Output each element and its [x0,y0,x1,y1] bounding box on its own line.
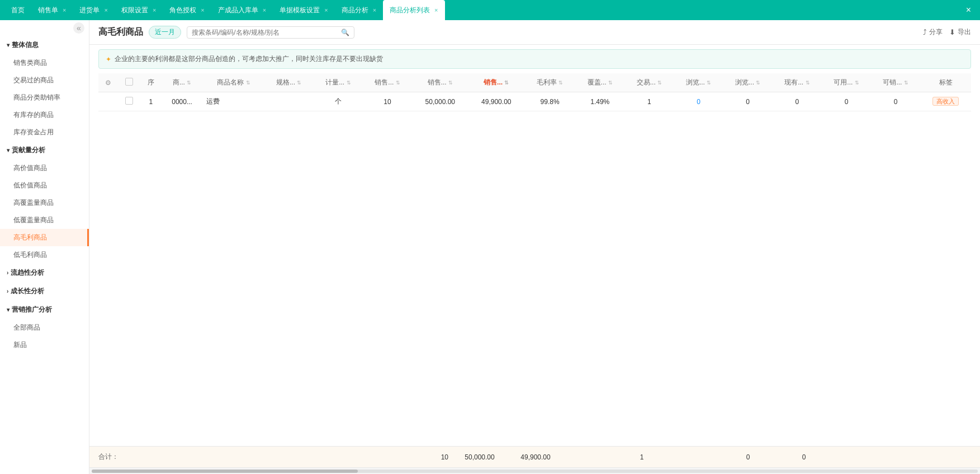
col-saleable[interactable]: 可销... ⇅ [871,73,920,92]
col-index: 序 [140,73,161,92]
sidebar-item-low-value[interactable]: 低价值商品 [0,177,89,194]
sidebar-item-new-goods[interactable]: 新品 [0,336,89,354]
footer-available: 0 [776,453,832,461]
col-spec[interactable]: 规格... ⇅ [264,73,314,92]
nav-item-sales[interactable]: 销售单 × [31,0,73,20]
main-layout: « ▾ 整体信息 销售类商品 交易过的商品 商品分类助销率 有库存的商品 库存资… [0,20,980,474]
header-checkbox[interactable] [125,78,133,86]
footer-sales-qty: 10 [127,453,452,461]
sidebar-item-stock-capital[interactable]: 库存资金占用 [0,124,89,141]
col-unit[interactable]: 计量... ⇅ [314,73,363,92]
nav-item-permission[interactable]: 权限设置 × [115,0,163,20]
nav-close-all[interactable]: × [962,5,976,15]
col-tag[interactable]: 标签 [920,73,971,92]
col-checkbox[interactable] [118,73,140,92]
cell-gear [98,92,118,111]
col-transaction[interactable]: 交易... ⇅ [624,73,674,92]
nav-item-product-inbound[interactable]: 产成品入库单 × [211,0,273,20]
cell-browse1[interactable]: 0 [674,92,723,111]
sidebar-collapse[interactable]: « [0,20,89,36]
sidebar-group-contribution[interactable]: ▾ 贡献量分析 [0,141,89,159]
sort-icon-unit: ⇅ [347,80,351,86]
nav-close-purchase[interactable]: × [104,7,107,13]
col-code[interactable]: 商... ⇅ [161,73,203,92]
scrollbar-track[interactable] [92,470,978,473]
share-icon: ⤴ [923,28,927,36]
cell-checkbox[interactable] [118,92,140,111]
sidebar-group-overall[interactable]: ▾ 整体信息 [0,36,89,54]
filter-month-btn[interactable]: 近一月 [149,26,181,39]
content-area: 高毛利商品 近一月 🔍 ⤴ 分享 ⬇ 导出 ✦ 企业的主要的利润都是这部分商品创… [89,20,980,474]
col-sales-cost[interactable]: 销售... ⇅ [468,73,524,92]
nav-item-product-analysis-list[interactable]: 商品分析列表 × [383,0,444,20]
col-sales-amount[interactable]: 销售... ⇅ [412,73,468,92]
cell-spec [264,92,314,111]
sidebar-item-low-margin[interactable]: 低毛利商品 [0,246,89,264]
nav-close-role[interactable]: × [201,7,204,13]
cell-current-stock: 0 [773,92,822,111]
sidebar-item-in-stock[interactable]: 有库存的商品 [0,106,89,124]
horizontal-scrollbar[interactable] [89,467,980,474]
nav-close-product-inbound[interactable]: × [263,7,266,13]
sidebar-item-high-coverage[interactable]: 高覆盖量商品 [0,194,89,212]
nav-close-template[interactable]: × [324,7,328,13]
sidebar-item-high-value[interactable]: 高价值商品 [0,159,89,177]
sort-icon-transaction: ⇅ [657,80,662,86]
nav-item-purchase[interactable]: 进货单 × [73,0,114,20]
sidebar-item-high-margin[interactable]: 高毛利商品 [0,229,89,246]
arrow-icon-overall: ▾ [7,42,10,48]
sidebar-group-growth[interactable]: › 成长性分析 [0,282,89,301]
nav-close-sales[interactable]: × [63,7,66,13]
sidebar-item-low-coverage[interactable]: 低覆盖量商品 [0,212,89,229]
sort-icon-sales-amount: ⇅ [448,80,453,86]
collapse-icon[interactable]: « [73,22,84,34]
share-button[interactable]: ⤴ 分享 [923,27,943,37]
sidebar-group-trend[interactable]: › 流趋性分析 [0,264,89,282]
tag-badge: 高收入 [932,97,959,106]
sort-icon-sales-qty: ⇅ [396,80,400,86]
table-row: 1 0000... 运费 个 10 50,000.00 49,900.00 99… [98,92,971,111]
col-coverage[interactable]: 覆盖... ⇅ [575,73,624,92]
nav-close-permission[interactable]: × [153,7,156,13]
cell-sales-amount: 50,000.00 [412,92,468,111]
col-gear[interactable]: ⚙ [98,73,118,92]
sort-icon-code: ⇅ [187,80,191,86]
search-input[interactable] [192,29,339,36]
export-button[interactable]: ⬇ 导出 [949,27,971,37]
nav-item-template[interactable]: 单据模板设置 × [273,0,334,20]
col-current-stock[interactable]: 现有... ⇅ [773,73,822,92]
table-container: ⚙ 序 商... ⇅ 商品名称 ⇅ [89,73,980,446]
col-sales-qty[interactable]: 销售... ⇅ [363,73,412,92]
content-title: 高毛利商品 [98,26,143,38]
sidebar-item-sales-goods[interactable]: 销售类商品 [0,54,89,72]
col-gross-margin[interactable]: 毛利率 ⇅ [524,73,575,92]
header-actions: ⤴ 分享 ⬇ 导出 [923,27,971,37]
cell-code[interactable]: 0000... [161,92,203,111]
nav-item-product-analysis[interactable]: 商品分析 × [335,0,383,20]
sidebar-group-marketing[interactable]: ▾ 营销推广分析 [0,301,89,319]
cell-sales-qty: 10 [363,92,412,111]
sidebar: « ▾ 整体信息 销售类商品 交易过的商品 商品分类助销率 有库存的商品 库存资… [0,20,89,474]
nav-item-home[interactable]: 首页 [4,0,31,20]
cell-transaction: 1 [624,92,674,111]
sort-icon-sales-cost: ⇅ [504,80,509,86]
col-browse1[interactable]: 浏览... ⇅ [674,73,723,92]
sidebar-item-traded-goods[interactable]: 交易过的商品 [0,72,89,89]
nav-item-role[interactable]: 角色授权 × [163,0,211,20]
col-name[interactable]: 商品名称 ⇅ [203,73,264,92]
sort-icon-coverage: ⇅ [608,80,613,86]
sort-icon-spec: ⇅ [297,80,301,86]
scrollbar-thumb[interactable] [92,470,358,473]
browse1-link[interactable]: 0 [697,98,700,106]
search-icon[interactable]: 🔍 [341,29,349,36]
tip-icon: ✦ [106,55,111,63]
col-available[interactable]: 可用... ⇅ [822,73,871,92]
col-browse2[interactable]: 浏览... ⇅ [723,73,773,92]
sidebar-item-category-rate[interactable]: 商品分类助销率 [0,89,89,106]
nav-close-product-analysis-list[interactable]: × [434,7,438,13]
nav-close-product-analysis[interactable]: × [373,7,376,13]
gear-icon[interactable]: ⚙ [105,79,111,87]
sort-icon-current-stock: ⇅ [806,80,810,86]
sort-icon-browse1: ⇅ [707,80,711,86]
sidebar-item-all-goods[interactable]: 全部商品 [0,319,89,336]
